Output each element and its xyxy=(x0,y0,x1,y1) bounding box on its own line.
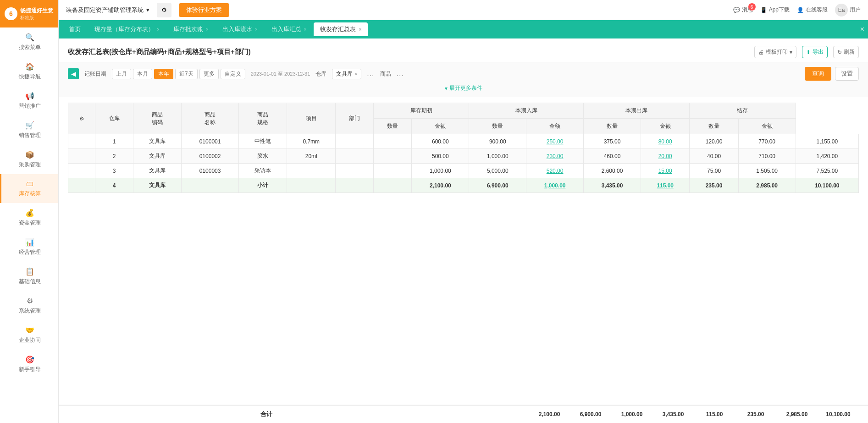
row-bal-qty: 2,985.00 xyxy=(738,178,796,193)
filter-collapse-btn[interactable]: ◀ xyxy=(68,68,79,79)
row-no: 4 xyxy=(95,178,133,193)
system-select[interactable]: 装备及固定资产辅助管理系统 ▾ xyxy=(66,6,149,14)
row-out-qty[interactable]: 15.00 xyxy=(641,164,689,178)
tab-label-batch: 库存批次账 xyxy=(173,25,203,33)
row-in-qty[interactable]: 520.00 xyxy=(526,164,584,178)
setting-btn[interactable]: 设置 xyxy=(835,67,859,81)
row-in-qty[interactable]: 1,000.00 xyxy=(526,178,584,193)
row-project xyxy=(336,164,374,178)
refresh-btn[interactable]: ↻ 刷新 xyxy=(833,46,859,58)
table-row: 3 文具库 0100003 采访本 1,000.00 5,000.00 520.… xyxy=(68,164,859,178)
sidebar-label-inventory: 库存核算 xyxy=(19,190,41,198)
topbar-right: 💬 消息 6 📱 App下载 👤 在线客服 Ea 用户 xyxy=(733,4,861,16)
sidebar-item-system[interactable]: ⚙系统管理 xyxy=(0,291,58,320)
tabs-bar: 首页现存量（库存分布表）×库存批次账×出入库流水×出入库汇总×收发存汇总表× × xyxy=(59,20,868,38)
row-out-qty[interactable]: 115.00 xyxy=(641,178,689,193)
expand-more-btn[interactable]: ▾ 展开更多条件 xyxy=(445,84,482,92)
row-settings xyxy=(68,134,95,149)
table-row: 4 文具库 小计 2,100.00 6,900.00 1,000.00 3,43… xyxy=(68,178,859,193)
row-spec xyxy=(287,178,336,193)
sidebar-label-enterprise: 企业协同 xyxy=(19,336,41,344)
date-btn-本年[interactable]: 本年 xyxy=(154,69,173,79)
footer-init-amt: 6,900.00 xyxy=(570,409,611,419)
row-no: 2 xyxy=(95,149,133,164)
row-in-qty[interactable]: 250.00 xyxy=(526,134,584,149)
tab-close-batch[interactable]: × xyxy=(206,27,209,32)
app-download-btn[interactable]: 📱 App下载 xyxy=(760,6,790,14)
user-btn[interactable]: Ea 用户 xyxy=(835,4,861,16)
sidebar-icon-system: ⚙ xyxy=(27,297,33,305)
th-settings[interactable]: ⚙ xyxy=(68,103,95,134)
row-bal-qty: 1,505.00 xyxy=(738,164,796,178)
sidebar-label-operations: 经营管理 xyxy=(19,248,41,256)
row-spec: 0.7mm xyxy=(287,134,336,149)
message-btn[interactable]: 💬 消息 6 xyxy=(733,6,753,14)
tab-close-stock_dist[interactable]: × xyxy=(157,27,160,32)
sidebar-icon-basic: 📋 xyxy=(25,267,34,276)
warehouse-more-btn[interactable]: ... xyxy=(367,70,374,78)
row-code xyxy=(182,178,239,193)
row-bal-qty: 770.00 xyxy=(738,134,796,149)
sidebar-item-purchase[interactable]: 📦采购管理 xyxy=(0,145,58,174)
online-service-btn[interactable]: 👤 在线客服 xyxy=(797,6,828,14)
tab-flow[interactable]: 出入库流水× xyxy=(216,22,264,36)
row-init-amt: 6,900.00 xyxy=(469,178,526,193)
tab-stock_dist[interactable]: 现存量（库存分布表）× xyxy=(88,22,166,36)
row-project xyxy=(336,134,374,149)
sidebar-label-search: 搜索菜单 xyxy=(19,44,41,51)
footer-in-qty: 1,000.00 xyxy=(611,409,652,419)
date-btn-更多[interactable]: 更多 xyxy=(199,69,219,79)
th-init-stock: 库存期初 xyxy=(374,103,469,119)
tab-close-summary[interactable]: × xyxy=(304,27,307,32)
query-btn[interactable]: 查询 xyxy=(805,67,831,81)
expand-label: 展开更多条件 xyxy=(449,84,482,92)
sidebar-label-sales: 销售管理 xyxy=(19,132,41,139)
row-out-qty[interactable]: 20.00 xyxy=(641,149,689,164)
date-btn-自定义[interactable]: 自定义 xyxy=(221,69,245,79)
row-name: 胶水 xyxy=(238,149,287,164)
experience-btn[interactable]: 体验行业方案 xyxy=(179,3,229,17)
tab-batch[interactable]: 库存批次账× xyxy=(167,22,215,36)
th-bal-amt: 金额 xyxy=(738,119,796,134)
tab-recv_send[interactable]: 收发存汇总表× xyxy=(314,22,368,36)
product-more-btn[interactable]: ... xyxy=(397,70,404,78)
sidebar-item-basic[interactable]: 📋基础信息 xyxy=(0,262,58,291)
tab-close-recv_send[interactable]: × xyxy=(359,27,361,32)
th-spec: 商品规格 xyxy=(238,103,287,134)
date-btn-本月[interactable]: 本月 xyxy=(133,69,152,79)
sidebar-item-operations[interactable]: 📊经营管理 xyxy=(0,232,58,262)
warehouse-tag[interactable]: 文具库 × xyxy=(332,69,361,79)
tab-close-flow[interactable]: × xyxy=(255,27,258,32)
table-container: ⚙ 仓库 商品编码 商品名称 商品规格 项目 部门 库存期初 本期入库 本期出库… xyxy=(59,97,868,202)
sidebar-item-guide[interactable]: 🎯新手引导 xyxy=(0,350,58,379)
print-btn[interactable]: 🖨 模板打印 ▾ xyxy=(754,46,796,58)
footer-total-label: 合计 xyxy=(68,410,272,418)
row-in-amt: 375.00 xyxy=(584,134,641,149)
row-bal-amt: 10,100.00 xyxy=(796,178,858,193)
sidebar-item-finance[interactable]: 💰资金管理 xyxy=(0,203,58,232)
row-in-qty[interactable]: 230.00 xyxy=(526,149,584,164)
sidebar-item-sales[interactable]: 🛒销售管理 xyxy=(0,115,58,145)
logo-icon: 6 xyxy=(5,7,17,20)
tab-home[interactable]: 首页 xyxy=(62,22,87,36)
app-download-label: App下载 xyxy=(769,6,790,14)
settings-btn[interactable]: ⚙ xyxy=(157,3,171,17)
sidebar-item-shortcut[interactable]: 🏠快捷导航 xyxy=(0,57,58,86)
sidebar-item-marketing[interactable]: 📢营销推广 xyxy=(0,86,58,115)
sidebar-item-enterprise[interactable]: 🤝企业协同 xyxy=(0,320,58,350)
sidebar-item-inventory[interactable]: 🗃库存核算 xyxy=(0,174,58,203)
date-btn-近7天[interactable]: 近7天 xyxy=(175,69,198,79)
th-init-qty: 数量 xyxy=(374,119,412,134)
main-content: 装备及固定资产辅助管理系统 ▾ ⚙ 体验行业方案 💬 消息 6 📱 App下载 … xyxy=(59,0,868,423)
row-out-qty[interactable]: 80.00 xyxy=(641,134,689,149)
th-in-period: 本期入库 xyxy=(469,103,584,119)
row-no: 3 xyxy=(95,164,133,178)
export-btn[interactable]: ⬆ 导出 xyxy=(802,46,828,58)
close-all-tabs-btn[interactable]: × xyxy=(860,25,864,33)
sidebar-label-marketing: 营销推广 xyxy=(19,102,41,110)
sidebar-item-search[interactable]: 🔍搜索菜单 xyxy=(0,27,58,57)
tab-summary[interactable]: 出入库汇总× xyxy=(265,22,313,36)
warehouse-tag-close[interactable]: × xyxy=(354,71,357,77)
page-header-actions: 🖨 模板打印 ▾ ⬆ 导出 ↻ 刷新 xyxy=(754,46,859,58)
date-btn-上月[interactable]: 上月 xyxy=(112,69,131,79)
